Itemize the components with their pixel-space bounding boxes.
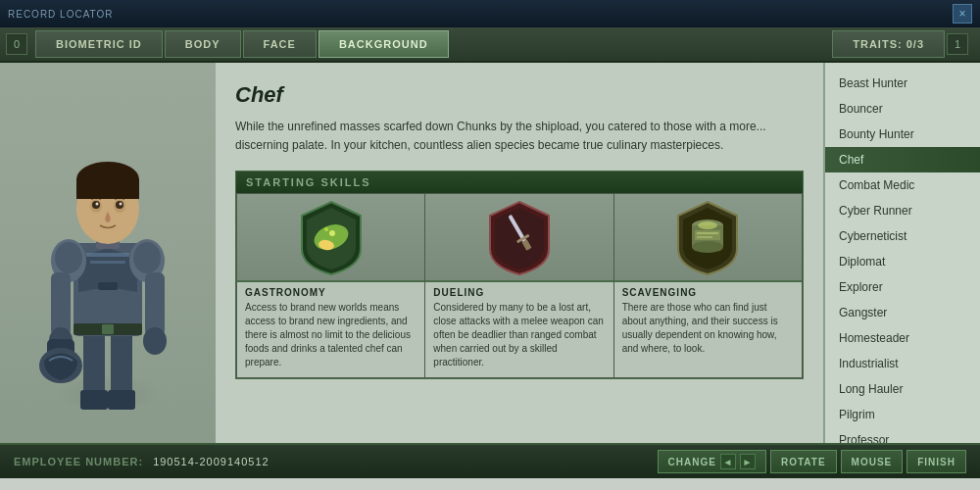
skill-icon-gastronomy — [237, 194, 424, 282]
bg-item-bouncer[interactable]: Bouncer — [825, 96, 980, 122]
svg-point-35 — [329, 230, 335, 236]
gastronomy-icon — [297, 198, 366, 276]
bottom-bar: EMPLOYEE NUMBER: 190514-2009140512 CHANG… — [0, 443, 980, 478]
change-arrow-left[interactable]: ◄ — [720, 454, 736, 469]
svg-rect-45 — [697, 232, 718, 234]
svg-rect-21 — [76, 179, 139, 199]
bg-item-professor[interactable]: Professor — [825, 427, 980, 443]
svg-rect-46 — [697, 236, 712, 238]
bg-item-homesteader[interactable]: Homesteader — [825, 325, 980, 351]
skill-card-scavenging: SCAVENGING There are those who can find … — [614, 194, 802, 377]
character-silhouette — [0, 63, 216, 443]
tab-biometric-id[interactable]: BIOMETRIC ID — [35, 30, 163, 58]
tab-body[interactable]: BODY — [165, 30, 241, 58]
bg-item-bounty-hunter[interactable]: Bounty Hunter — [825, 122, 980, 147]
dueling-icon — [485, 198, 554, 276]
bg-item-long-hauler[interactable]: Long Hauler — [825, 376, 980, 402]
finish-button[interactable]: FINISH — [906, 450, 966, 473]
nav-tabs: 0 BIOMETRIC ID BODY FACE BACKGROUND TRAI… — [0, 27, 980, 63]
svg-rect-13 — [51, 272, 71, 336]
main-content: Chef While the unrefined masses scarfed … — [0, 63, 980, 443]
scavenging-icon — [673, 198, 742, 276]
tab-background-label: BACKGROUND — [339, 38, 428, 50]
change-arrow-right[interactable]: ► — [740, 454, 756, 469]
record-locator-title: RECORD LOCATOR — [8, 9, 114, 20]
svg-point-10 — [55, 242, 82, 273]
skill-name-scavenging: SCAVENGING — [614, 282, 802, 301]
tab-traits[interactable]: TRAITS: 0/3 — [832, 30, 945, 58]
skill-icon-scavenging — [614, 194, 802, 282]
rotate-button[interactable]: ROTATE — [770, 450, 837, 473]
skill-name-dueling: DUELING — [425, 282, 612, 301]
svg-rect-44 — [695, 230, 720, 240]
svg-rect-4 — [108, 390, 135, 410]
skill-desc-gastronomy: Access to brand new worlds means access … — [237, 301, 424, 377]
skill-card-dueling: DUELING Considered by many to be a lost … — [425, 194, 612, 377]
employee-number: 190514-2009140512 — [153, 456, 657, 467]
bg-item-gangster[interactable]: Gangster — [825, 300, 980, 325]
tab-num-left[interactable]: 0 — [6, 33, 27, 55]
bg-item-explorer[interactable]: Explorer — [825, 274, 980, 300]
bg-item-industrialist[interactable]: Industrialist — [825, 351, 980, 376]
bg-item-cyberneticist[interactable]: Cyberneticist — [825, 223, 980, 249]
tab-background[interactable]: BACKGROUND — [318, 30, 449, 58]
svg-point-36 — [324, 227, 328, 231]
character-panel — [0, 63, 216, 443]
skill-card-gastronomy: GASTRONOMY Access to brand new worlds me… — [237, 194, 424, 377]
bg-item-chef[interactable]: Chef — [825, 147, 980, 172]
bottom-buttons: CHANGE ◄ ► ROTATE MOUSE FINISH — [658, 450, 966, 473]
bg-item-diplomat[interactable]: Diplomat — [825, 249, 980, 274]
tab-num-right[interactable]: 1 — [947, 33, 968, 55]
tab-traits-label: TRAITS: 0/3 — [853, 38, 924, 50]
svg-point-12 — [133, 242, 161, 273]
svg-point-26 — [96, 203, 99, 206]
svg-point-42 — [692, 241, 723, 253]
top-bar: RECORD LOCATOR × — [0, 0, 980, 27]
background-description: While the unrefined masses scarfed down … — [235, 118, 804, 155]
svg-rect-32 — [102, 324, 114, 334]
svg-rect-3 — [80, 390, 108, 410]
backgrounds-panel: Beast HunterBouncerBounty HunterChefComb… — [823, 63, 980, 443]
background-title: Chef — [235, 82, 804, 108]
skill-desc-dueling: Considered by many to be a lost art, clo… — [425, 301, 612, 377]
close-button[interactable]: × — [953, 4, 972, 24]
tab-face-label: FACE — [264, 38, 296, 50]
bg-item-combat-medic[interactable]: Combat Medic — [825, 172, 980, 198]
bg-item-cyber-runner[interactable]: Cyber Runner — [825, 198, 980, 223]
mouse-button[interactable]: MOUSE — [841, 450, 904, 473]
svg-point-43 — [698, 221, 717, 229]
character-figure — [20, 96, 196, 429]
skills-header: STARTING SKILLS — [236, 172, 803, 193]
skills-section: STARTING SKILLS — [235, 171, 804, 379]
skill-desc-scavenging: There are those who can find just about … — [614, 301, 802, 364]
bg-item-pilgrim[interactable]: Pilgrim — [825, 402, 980, 427]
tab-face[interactable]: FACE — [243, 30, 317, 58]
svg-point-16 — [143, 327, 167, 355]
bg-item-beast-hunter[interactable]: Beast Hunter — [825, 71, 980, 96]
change-button[interactable]: CHANGE ◄ ► — [658, 450, 766, 473]
tab-body-label: BODY — [185, 38, 220, 50]
svg-rect-29 — [86, 253, 129, 257]
skill-name-gastronomy: GASTRONOMY — [237, 282, 424, 301]
svg-rect-8 — [98, 282, 118, 290]
employee-label: EMPLOYEE NUMBER: — [14, 456, 143, 467]
svg-point-27 — [120, 203, 122, 206]
svg-rect-30 — [90, 261, 125, 264]
skill-icon-dueling — [425, 194, 612, 282]
info-panel: Chef While the unrefined masses scarfed … — [216, 63, 823, 443]
tab-biometric-id-label: BIOMETRIC ID — [56, 38, 142, 50]
skills-grid: GASTRONOMY Access to brand new worlds me… — [236, 193, 803, 378]
svg-rect-14 — [145, 272, 165, 336]
